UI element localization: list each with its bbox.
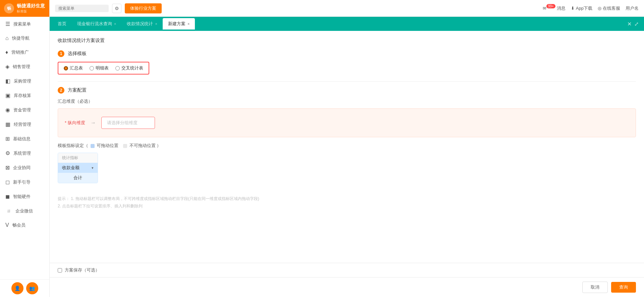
legend-draggable-label: 可拖动位置 <box>97 143 118 148</box>
radio-detail-input[interactable] <box>90 66 94 70</box>
logo-text: 畅捷通好生意 <box>17 3 45 9</box>
tab-bank-query-label: 现金银行流水查询 <box>77 21 112 27</box>
cancel-button[interactable]: 取消 <box>582 282 608 293</box>
sidebar-item-label: 经营管理 <box>14 121 31 128</box>
app-download-label: App下载 <box>576 5 592 11</box>
header-right: ✉ 99+ 消息 ⬇ App下载 ◎ 在线客服 用户名 <box>543 5 639 11</box>
query-button[interactable]: 查询 <box>611 282 636 293</box>
online-service-button[interactable]: ◎ 在线客服 <box>598 5 620 11</box>
sidebar-item-system[interactable]: ⚙ 系统管理 <box>0 146 49 160</box>
finance-icon: ◉ <box>5 107 10 113</box>
dimension-section-title: 汇总维度（必选） <box>58 98 636 104</box>
tab-bank-query[interactable]: 现金银行流水查询 × <box>72 18 121 30</box>
tab-close-all-icon[interactable]: ✕ <box>627 21 632 27</box>
operation-icon: ▦ <box>5 121 10 128</box>
metrics-config-text-part1: 模板指标设定（ <box>58 143 88 148</box>
sidebar-item-purchase[interactable]: ◧ 采购管理 <box>0 74 49 88</box>
sidebar-item-finance[interactable]: ◉ 资金管理 <box>0 103 49 117</box>
step2-title: 方案配置 <box>68 87 87 93</box>
sidebar-item-label: 营销推广 <box>11 49 29 55</box>
sidebar-item-label: 畅会员 <box>12 222 25 228</box>
settings-gear-button[interactable]: ⚙ <box>112 4 121 13</box>
step1-title: 选择模板 <box>68 51 87 57</box>
wechat-icon: ◽ <box>5 208 12 214</box>
radio-detail-label: 明细表 <box>96 65 109 71</box>
radio-summary[interactable]: 汇总表 <box>64 65 83 71</box>
smart-hw-icon: ◼ <box>5 193 10 200</box>
tab-collection-stats-close[interactable]: × <box>155 22 157 26</box>
enterprise-icon: ⊠ <box>5 164 10 171</box>
tab-bank-query-close[interactable]: × <box>114 22 116 26</box>
app-download-button[interactable]: ⬇ App下载 <box>571 5 592 11</box>
header-left: ⚙ 体验行业方案 <box>55 3 162 13</box>
quick-nav-icon: ⌂ <box>5 35 9 41</box>
step1-badge: 1 <box>58 50 64 57</box>
sidebar-group-icon[interactable]: 👥 <box>26 282 38 294</box>
service-label: 在线客服 <box>603 5 620 11</box>
industry-plan-button[interactable]: 体验行业方案 <box>125 3 162 13</box>
top-header: ⚙ 体验行业方案 ✉ 99+ 消息 ⬇ App下载 ◎ 在线客服 用户名 <box>50 0 644 17</box>
message-button[interactable]: ✉ 99+ 消息 <box>543 5 566 11</box>
legend-fixed-label: 不可拖动位置 <box>129 143 156 148</box>
main-area: ⚙ 体验行业方案 ✉ 99+ 消息 ⬇ App下载 ◎ 在线客服 用户名 首 <box>50 0 644 297</box>
sidebar-item-member[interactable]: V 畅会员 <box>0 218 49 232</box>
tip-line2: 2. 点击标题栏下拉可设置排序、插入列和删除列 <box>58 203 636 210</box>
content-area: 收款情况统计方案设置 1 选择模板 汇总表 明细表 <box>50 31 644 297</box>
metrics-chevron-icon: ▾ <box>92 166 94 170</box>
message-label: 消息 <box>557 5 566 11</box>
tab-new-plan[interactable]: 新建方案 × <box>163 18 195 30</box>
sidebar-item-marketing[interactable]: ♦ 营销推广 <box>0 45 49 59</box>
sidebar-item-wechat[interactable]: ◽ 企业微信 <box>0 204 49 218</box>
sidebar-item-inventory[interactable]: ▣ 库存核算 <box>0 88 49 103</box>
sidebar-bottom: 👤 👥 <box>0 279 49 297</box>
metrics-section: 模板指标设定（ 可拖动位置 不可拖动位置 ） 统计指标 收款金额 ▾ 合计 <box>58 143 636 183</box>
page-footer: 方案保存（可选） <box>50 263 644 277</box>
metrics-column-header[interactable]: 收款金额 ▾ <box>58 163 98 173</box>
sidebar-item-newbie[interactable]: ◻ 新手引导 <box>0 175 49 189</box>
vertical-dimension-label: * 纵向维度 <box>65 120 85 126</box>
sidebar-item-search-menu[interactable]: ☰ 搜索菜单 <box>0 17 49 31</box>
sidebar-item-operation[interactable]: ▦ 经营管理 <box>0 117 49 132</box>
save-plan-checkbox[interactable] <box>58 268 62 273</box>
save-plan-label: 方案保存（可选） <box>65 267 100 273</box>
sidebar-item-label: 采购管理 <box>14 78 31 84</box>
radio-cross-input[interactable] <box>115 66 120 70</box>
search-menu-icon: ☰ <box>5 21 10 27</box>
sidebar-item-quick-nav[interactable]: ⌂ 快捷导航 <box>0 31 49 45</box>
page-title: 收款情况统计方案设置 <box>58 38 636 44</box>
message-badge: 99+ <box>546 4 555 8</box>
inventory-icon: ▣ <box>5 92 10 99</box>
sidebar-item-label: 企业微信 <box>15 208 33 214</box>
sidebar-item-basic-info[interactable]: ⊞ 基础信息 <box>0 132 49 146</box>
action-bar: 取消 查询 <box>50 277 644 297</box>
search-menu-input[interactable] <box>55 5 109 12</box>
tab-home[interactable]: 首页 <box>52 18 72 30</box>
user-profile-button[interactable]: 用户名 <box>626 5 639 11</box>
sidebar: 畅 畅捷通好生意 标准版 ☰ 搜索菜单 ⌂ 快捷导航 ♦ 营销推广 ◈ 销售管理… <box>0 0 50 297</box>
tab-bar-actions: ✕ ⤢ <box>627 21 641 27</box>
sidebar-item-label: 库存核算 <box>14 93 31 99</box>
sidebar-item-sales[interactable]: ◈ 销售管理 <box>0 59 49 74</box>
tab-collection-stats[interactable]: 收款情况统计 × <box>121 18 162 30</box>
metrics-column-label: 收款金额 <box>62 165 79 171</box>
dimension-arrow-icon: → <box>91 120 96 126</box>
service-icon: ◎ <box>598 6 601 11</box>
sidebar-user-icon[interactable]: 👤 <box>11 282 23 294</box>
sidebar-item-enterprise[interactable]: ⊠ 企业协同 <box>0 160 49 175</box>
logo-version: 标准版 <box>17 9 45 14</box>
radio-summary-input[interactable] <box>64 66 68 70</box>
user-label: 用户名 <box>626 5 639 11</box>
radio-detail[interactable]: 明细表 <box>90 65 109 71</box>
tab-new-plan-close[interactable]: × <box>187 22 190 26</box>
sidebar-item-label: 基础信息 <box>13 136 31 142</box>
basic-info-icon: ⊞ <box>5 136 10 142</box>
message-icon: ✉ <box>543 6 546 11</box>
sidebar-logo: 畅 畅捷通好生意 标准版 <box>0 0 49 17</box>
metrics-config-label: 模板指标设定（ 可拖动位置 不可拖动位置 ） <box>58 143 636 149</box>
tab-maximize-icon[interactable]: ⤢ <box>634 21 639 27</box>
radio-cross-label: 交叉统计表 <box>121 65 143 71</box>
member-icon: V <box>5 222 9 228</box>
sidebar-item-smart-hw[interactable]: ◼ 智能硬件 <box>0 189 49 204</box>
dimension-selector[interactable]: 请选择分组维度 <box>101 117 155 129</box>
radio-cross[interactable]: 交叉统计表 <box>115 65 143 71</box>
